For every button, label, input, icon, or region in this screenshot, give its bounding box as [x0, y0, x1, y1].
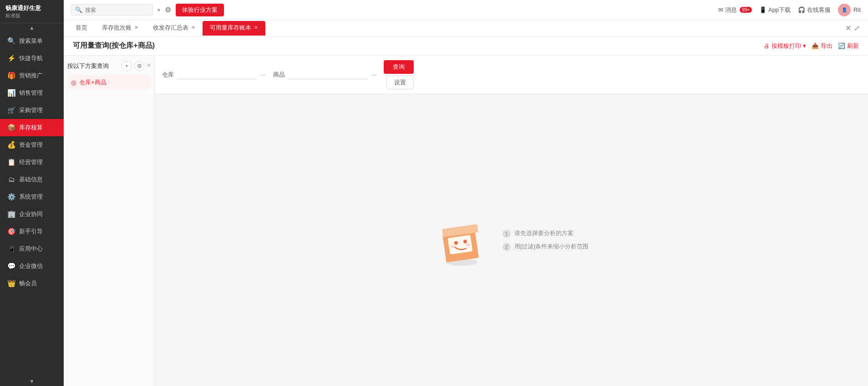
goods-input[interactable] [288, 70, 368, 79]
empty-hints: 1 请先选择要分析的方案 2 用[过滤]条件来缩小分析范围 [503, 229, 589, 251]
print-icon: 🖨 [764, 42, 770, 49]
goods-more-icon[interactable]: ··· [371, 71, 377, 78]
sidebar-item-inventory[interactable]: 📦 库存核算 [0, 119, 64, 136]
add-scheme-button[interactable]: + [122, 61, 132, 71]
query-button[interactable]: 查询 [384, 60, 414, 74]
tab-close-icon[interactable]: ✕ [191, 25, 195, 31]
topbar-search-box[interactable]: 🔍 [71, 4, 153, 15]
empty-illustration [434, 213, 489, 268]
query-area: 仓库 ··· 商品 ··· 查询 设置 [155, 56, 868, 386]
sidebar-item-appstore[interactable]: 📱 应用中心 [0, 240, 64, 257]
minimize-window-icon[interactable]: ✕ [845, 24, 851, 32]
filter-panel-title: 按以下方案查询 [67, 62, 109, 70]
sidebar-item-vip[interactable]: 👑 畅会员 [0, 275, 64, 292]
sidebar-item-label: 企业微信 [19, 262, 43, 270]
tab-label: 首页 [76, 24, 87, 32]
sidebar-scroll-down[interactable]: ▼ [0, 377, 64, 386]
app-edition: 标准版 [5, 12, 58, 19]
sidebar-item-enterprise[interactable]: 🏢 企业协同 [0, 206, 64, 223]
page-title: 可用量查询(按仓库+商品) [73, 41, 155, 51]
user-menu[interactable]: 👤 Rit [838, 4, 861, 16]
user-name: Rit [853, 6, 861, 13]
online-service-icon: 🎧 [798, 6, 805, 13]
export-action[interactable]: 📤 导出 [812, 42, 832, 50]
search-dropdown-icon[interactable]: ▾ [157, 7, 160, 13]
search-input[interactable] [85, 7, 149, 13]
hint-number-2: 2 [503, 243, 511, 251]
sidebar-item-newbie[interactable]: 🎯 新手引导 [0, 223, 64, 240]
sidebar-item-finance[interactable]: 💰 资金管理 [0, 136, 64, 154]
scheme-label: 仓库+商品 [79, 78, 107, 87]
filter-panel-header: 按以下方案查询 + ⚙ « [67, 61, 151, 71]
sidebar-item-wechat[interactable]: 💬 企业微信 [0, 257, 64, 275]
empty-box-svg [434, 213, 489, 268]
enterprise-icon: 🏢 [7, 210, 15, 218]
sidebar-item-shortcut[interactable]: ⚡ 快捷导航 [0, 50, 64, 67]
message-label: 消息 [725, 6, 737, 14]
sidebar-item-marketing[interactable]: 🎁 营销推广 [0, 67, 64, 84]
sidebar-item-system[interactable]: ⚙️ 系统管理 [0, 188, 64, 206]
warehouse-more-icon[interactable]: ··· [260, 71, 266, 78]
message-action[interactable]: ✉ 消息 99+ [718, 6, 752, 14]
print-action[interactable]: 🖨 按模板打印 ▾ [764, 42, 806, 50]
sidebar-item-label: 采购管理 [19, 106, 43, 114]
search-icon: 🔍 [75, 6, 82, 13]
hint-text-1: 请先选择要分析的方案 [514, 229, 574, 237]
tabbar: 首页 库存批次账 ✕ 收发存汇总表 ✕ 可用量库存账本 ✕ ✕ ⤢ [64, 20, 868, 36]
message-icon: ✉ [718, 6, 723, 13]
sidebar-item-sales[interactable]: 📊 销售管理 [0, 84, 64, 102]
print-label: 按模板打印 [772, 42, 801, 50]
goods-label: 商品 [273, 71, 285, 79]
tab-available-qty[interactable]: 可用量库存账本 ✕ [203, 21, 265, 36]
inventory-icon: 📦 [7, 124, 15, 132]
newbie-icon: 🎯 [7, 227, 15, 236]
column-settings-button[interactable]: 设置 [386, 76, 414, 89]
sidebar-item-label: 经营管理 [19, 158, 43, 166]
tab-close-icon[interactable]: ✕ [254, 25, 258, 31]
sidebar-item-search[interactable]: 🔍 搜索菜单 [0, 32, 64, 50]
sidebar-item-operations[interactable]: 📋 经营管理 [0, 154, 64, 171]
online-service-action[interactable]: 🎧 在线客服 [798, 6, 831, 14]
tab-home[interactable]: 首页 [68, 21, 95, 36]
hint-item-1: 1 请先选择要分析的方案 [503, 229, 589, 238]
main-area: 🔍 ▾ ⚙ 体验行业方案 ✉ 消息 99+ 📱 App下载 🎧 在线客服 👤 [64, 0, 868, 386]
trial-button[interactable]: 体验行业方案 [176, 4, 224, 16]
collapse-panel-button[interactable]: « [147, 61, 151, 71]
sidebar-item-label: 应用中心 [19, 245, 43, 253]
refresh-icon: 🔄 [838, 42, 845, 49]
sidebar-scroll: 🔍 搜索菜单 ⚡ 快捷导航 🎁 营销推广 📊 销售管理 🛒 采购管理 📦 库存核… [0, 32, 64, 377]
page-header-actions: 🖨 按模板打印 ▾ 📤 导出 🔄 刷新 [764, 42, 859, 50]
basic-icon: 🗂 [7, 175, 15, 183]
vip-icon: 👑 [7, 279, 15, 288]
topbar-actions: ✉ 消息 99+ 📱 App下载 🎧 在线客服 👤 Rit [718, 4, 861, 16]
query-filters: 仓库 ··· 商品 ··· 查询 设置 [155, 56, 868, 94]
tab-stock-summary[interactable]: 收发存汇总表 ✕ [146, 21, 203, 36]
svg-point-6 [451, 245, 456, 248]
scheme-settings-button[interactable]: ⚙ [134, 61, 144, 71]
app-download-action[interactable]: 📱 App下载 [759, 6, 791, 14]
refresh-action[interactable]: 🔄 刷新 [838, 42, 859, 50]
print-dropdown-icon[interactable]: ▾ [803, 42, 806, 49]
system-icon: ⚙️ [7, 193, 15, 201]
hint-item-2: 2 用[过滤]条件来缩小分析范围 [503, 242, 589, 251]
sidebar-item-label: 新手引导 [19, 227, 43, 236]
tab-close-icon[interactable]: ✕ [134, 25, 138, 31]
sidebar-item-label: 系统管理 [19, 193, 43, 201]
sidebar-item-purchase[interactable]: 🛒 采购管理 [0, 102, 64, 119]
sidebar-scroll-up[interactable]: ▲ [0, 23, 64, 32]
maximize-window-icon[interactable]: ⤢ [854, 24, 860, 32]
svg-point-4 [454, 241, 458, 245]
warehouse-input[interactable] [177, 70, 257, 79]
tab-label: 收发存汇总表 [153, 24, 188, 32]
page-header: 可用量查询(按仓库+商品) 🖨 按模板打印 ▾ 📤 导出 🔄 刷新 [64, 36, 868, 56]
goods-filter-field: 商品 ··· [273, 70, 377, 79]
sidebar-item-label: 畅会员 [19, 279, 37, 288]
scheme-item-warehouse-goods[interactable]: ◎ 仓库+商品 [67, 76, 151, 89]
sales-icon: 📊 [7, 89, 15, 97]
settings-gear-icon[interactable]: ⚙ [165, 5, 171, 14]
tab-inventory-batch[interactable]: 库存批次账 ✕ [95, 21, 146, 36]
svg-point-7 [466, 243, 470, 246]
sidebar-item-basic[interactable]: 🗂 基础信息 [0, 171, 64, 188]
empty-state: 1 请先选择要分析的方案 2 用[过滤]条件来缩小分析范围 [155, 94, 868, 386]
tab-label: 库存批次账 [102, 24, 132, 32]
